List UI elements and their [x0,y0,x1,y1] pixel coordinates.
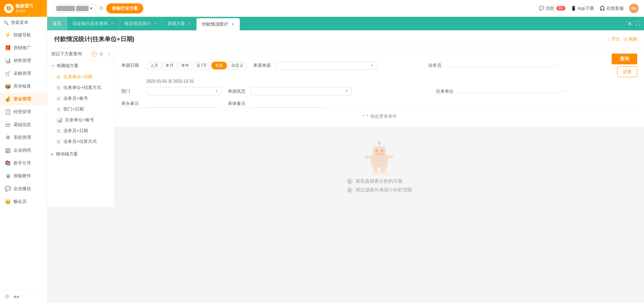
sidebar-nav: ⚡快捷导航🎁营销推广📊销售管理🛒采购管理📦库存核算💰资金管理📋经营管理🗃基础信息… [0,29,47,290]
query-btn[interactable]: 查询 [612,54,637,64]
search-icon: 🔍 [3,20,9,25]
topbar-left: ██████ ████ ▾ ⚙ 体验行业方案 [53,3,535,13]
scheme-icon-partner-date: ⊙ [57,74,61,80]
scheme-item-staff-date[interactable]: ⊞业务员+日期 [47,125,114,136]
staff-select[interactable] [450,64,552,67]
sidebar-item-capital[interactable]: 💰资金管理 [0,93,47,105]
close-all-tabs-icon[interactable]: ✕ [627,21,632,27]
logo-text: 畅捷通巧 标准版 [16,3,33,13]
tab-close-new-plan[interactable]: × [188,21,191,26]
sidebar-item-wechat[interactable]: 💬企业微信 [0,182,47,195]
sidebar: 畅 畅捷通巧 标准版 🔍 搜索菜单 ⚡快捷导航🎁营销推广📊销售管理🛒采购管理📦库… [0,0,47,303]
tab-cashflow[interactable]: 现金银行流水查询× [67,17,119,30]
tab-label-cashflow: 现金银行流水查询 [72,21,108,27]
sidebar-label-quick-nav: 快捷导航 [13,32,31,38]
avatar[interactable]: Rit [629,4,639,13]
tab-new-plan[interactable]: 新建方案× [162,17,197,30]
filter-row-2: 部门 ▾ 单据状态 ▾ 往来单 [121,87,637,95]
mobile-section-label: 移动端方案 [56,151,78,157]
sidebar-item-marketing[interactable]: 🎁营销推广 [0,41,47,54]
settings-icon[interactable]: ⚙ [5,293,9,300]
tab-home[interactable]: 首页 [47,17,67,30]
scheme-label-staff-settle: 业务员+结算方式 [63,139,97,145]
desktop-section[interactable]: ▼ 电脑端方案 [47,60,114,71]
scheme-item-partner-account[interactable]: 📊往来单位+账号 [47,115,114,125]
scheme-label-partner-account: 往来单位+账号 [65,117,94,123]
app-download-action[interactable]: 📱 App下载 [571,5,594,11]
header-note-input[interactable] [147,99,214,108]
sidebar-item-sales[interactable]: 📊销售管理 [0,54,47,67]
topbar-gear-icon[interactable]: ⚙ [99,5,104,11]
staff-more-icon[interactable]: ··· [553,62,559,68]
online-service-action[interactable]: 🎧 在线客服 [599,5,624,11]
sidebar-item-purchase[interactable]: 🛒采购管理 [0,67,47,80]
doc-status-select[interactable]: ▾ [250,87,351,95]
export-btn[interactable]: ↑ 导出 [608,36,620,42]
filter-row-3: 表头备注 表体备注 [121,99,637,108]
sidebar-item-member[interactable]: 👑畅会员 [0,195,47,208]
sidebar-item-guide[interactable]: 📚新手引导 [0,157,47,170]
collapse-sidebar-icon[interactable]: ◀◀ [13,294,19,299]
search-menu[interactable]: 🔍 搜索菜单 [0,17,47,29]
scheme-item-dept-date[interactable]: ⊞部门+日期 [47,104,114,115]
refresh-btn[interactable]: ↺ 刷新 [623,36,637,42]
trial-btn[interactable]: 体验行业方案 [106,3,143,13]
sidebar-label-member: 畅会员 [13,199,27,205]
tab-close-receipt-stats[interactable]: × [154,21,156,26]
tab-payment-stats[interactable]: 付款情况统计× [197,18,240,30]
svg-rect-1 [373,147,385,156]
scheme-item-staff-account[interactable]: ⊞业务员+账号 [47,93,114,104]
main-area: ██████ ████ ▾ ⚙ 体验行业方案 💬 消息 99+ 📱 App下载 … [47,0,644,303]
partner-select[interactable] [458,89,559,93]
tabs-actions: ✕ ⛶ [624,17,644,30]
empty-tip-2: 2 用过滤条件来缩小分析范围 [347,187,412,193]
tab-close-payment-stats[interactable]: × [232,22,234,27]
collapse-up-icon: ⌃⌃ [362,114,369,119]
mobile-section[interactable]: ▶ 移动端方案 [47,148,114,160]
sidebar-item-quick-nav[interactable]: ⚡快捷导航 [0,29,47,41]
date-btn-上月[interactable]: 上月 [147,62,161,69]
chevron-down-icon: ▾ [90,6,92,11]
date-btn-custom[interactable]: 自定义 [228,62,246,69]
scheme-item-staff-settle[interactable]: ⊞业务员+结算方式 [47,136,114,147]
sidebar-icon-member: 👑 [5,199,11,205]
expand-tab-icon[interactable]: ⛶ [635,21,641,27]
scheme-item-partner-date[interactable]: ⊙往来单位+日期 [47,71,114,82]
filter-settings-btn[interactable]: 设置 [617,66,637,77]
tab-close-cashflow[interactable]: × [111,21,113,26]
sidebar-label-marketing: 营销推广 [13,45,31,51]
partner-filter-label: 往来单位 [436,88,455,94]
main-content: 单据日期 上月本月本年近7天更多自定义 来源单据 ▾ 业务员 [115,48,644,207]
collapse-btn[interactable]: ⌃⌃ 收起更多条件 [356,111,402,121]
tab-label-receipt-stats: 收款情况统计 [124,21,151,27]
sidebar-item-enterprise[interactable]: 🏢企业协同 [0,144,47,157]
scheme-item-partner-settle[interactable]: ⊞往来单位+结算方式 [47,82,114,93]
date-btn-近7天[interactable]: 近7天 [194,62,210,69]
scheme-settings-icon[interactable]: ⚙ [99,51,104,57]
empty-tip-1: 1 请先选择要分析的方案 [347,178,412,184]
date-btn-more[interactable]: 更多 [211,62,227,69]
partner-more-icon[interactable]: ··· [561,88,567,94]
sidebar-item-system[interactable]: ⚙系统管理 [0,131,47,144]
scheme-collapse-icon[interactable]: 《 [106,51,110,57]
sidebar-icon-inventory: 📦 [5,83,11,89]
sidebar-item-inventory[interactable]: 📦库存核算 [0,80,47,93]
sidebar-item-basic[interactable]: 🗃基础信息 [0,118,47,131]
dept-chevron-icon: ▾ [215,89,217,93]
sidebar-item-hardware[interactable]: 🖥智能硬件 [0,170,47,182]
svg-point-2 [375,149,378,152]
source-filter-label: 来源单据 [253,62,272,68]
messages-action[interactable]: 💬 消息 99+ [539,5,565,11]
sidebar-label-operation: 经营管理 [13,109,31,115]
scheme-panel: 按以下方案查询 + ⚙ 《 ▼ 电脑端方案 ⊙往来单位+日期⊞往来单位+结算方式… [47,48,115,207]
add-scheme-icon[interactable]: + [92,51,97,57]
dept-select[interactable]: ▾ [147,87,221,95]
date-btn-本月[interactable]: 本月 [163,62,177,69]
tab-receipt-stats[interactable]: 收款情况统计× [119,17,162,30]
source-select[interactable]: ▾ [275,61,377,70]
account-selector[interactable]: ██████ ████ ▾ [53,4,96,12]
export-icon: ↑ [608,37,610,42]
sidebar-item-operation[interactable]: 📋经营管理 [0,105,47,118]
body-note-input[interactable] [254,99,321,108]
date-btn-本年[interactable]: 本年 [178,62,192,69]
